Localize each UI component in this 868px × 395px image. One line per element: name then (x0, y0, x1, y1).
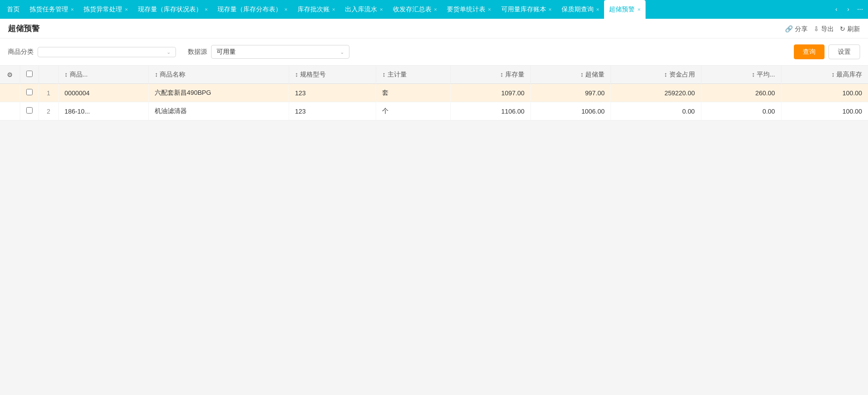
table-container: ⚙ ↕ 商品... ↕ 商品名称 ↕ 规格型号 (0, 66, 868, 120)
close-icon-1[interactable]: × (71, 6, 74, 12)
close-icon-11[interactable]: × (637, 6, 640, 12)
nav-item-10[interactable]: 保质期查询 × (557, 0, 604, 19)
product-unit: 套 (376, 84, 450, 102)
nav-item-4[interactable]: 现存量（库存分布表） × (213, 0, 292, 19)
checkbox-column-header[interactable] (20, 66, 39, 84)
product-category-label: 商品分类 (8, 47, 34, 56)
nav-item-7[interactable]: 收发存汇总表 × (388, 0, 442, 19)
product-category-select[interactable]: ⌄ (38, 47, 176, 57)
max-stock-column-header[interactable]: ↕ 最高库存 (781, 66, 868, 84)
close-icon-3[interactable]: × (205, 6, 208, 12)
sort-icon-unit: ↕ (382, 71, 386, 78)
close-icon-6[interactable]: × (380, 6, 383, 12)
page-title: 超储预警 (8, 24, 40, 34)
data-table: ⚙ ↕ 商品... ↕ 商品名称 ↕ 规格型号 (0, 66, 868, 120)
nav-item-label-7: 收发存汇总表 (393, 5, 432, 14)
nav-item-8[interactable]: 要货单统计表 × (442, 0, 496, 19)
close-icon-2[interactable]: × (125, 6, 128, 12)
gear-column-header[interactable]: ⚙ (0, 66, 20, 84)
nav-item-label-4: 现存量（库存分布表） (217, 5, 282, 14)
filter-actions: 查询 设置 (794, 44, 860, 59)
data-source-select[interactable]: 可用量 ⌄ (211, 45, 349, 59)
product-name-column-header[interactable]: ↕ 商品名称 (148, 66, 289, 84)
nav-item-9[interactable]: 可用量库存账本 × (496, 0, 557, 19)
nav-next-arrow[interactable]: › (842, 0, 854, 19)
close-icon-9[interactable]: × (549, 6, 552, 12)
nav-prev-arrow[interactable]: ‹ (830, 0, 842, 19)
row-expand-cell[interactable] (0, 84, 20, 102)
row-expand-cell[interactable] (0, 102, 20, 120)
product-code: 186-10... (58, 102, 148, 120)
stock-column-header[interactable]: ↕ 库存量 (450, 66, 530, 84)
nav-item-11[interactable]: 超储预警 × (604, 0, 645, 19)
close-icon-10[interactable]: × (596, 6, 599, 12)
sort-icon-max: ↕ (831, 71, 835, 78)
nav-more-arrow[interactable]: ⋯ (854, 0, 866, 19)
nav-item-0[interactable]: 首页 (2, 0, 25, 19)
nav-item-6[interactable]: 出入库流水 × (340, 0, 388, 19)
nav-item-label-3: 现存量（库存状况表） (138, 5, 202, 14)
nav-item-3[interactable]: 现存量（库存状况表） × (133, 0, 213, 19)
close-icon-4[interactable]: × (284, 6, 287, 12)
stock-qty: 1097.00 (450, 84, 530, 102)
row-checkbox[interactable] (26, 107, 33, 114)
capital-column-header[interactable]: ↕ 资金占用 (611, 66, 701, 84)
nav-item-label-1: 拣货任务管理 (30, 5, 68, 14)
max-stock: 100.00 (781, 84, 868, 102)
sort-icon-stock: ↕ (500, 71, 504, 78)
over-stock-qty: 997.00 (530, 84, 610, 102)
export-button[interactable]: ⇩ 导出 (814, 25, 834, 34)
row-checkbox[interactable] (26, 89, 33, 95)
checkbox-cell[interactable] (20, 102, 39, 120)
spec-column-header[interactable]: ↕ 规格型号 (289, 66, 376, 84)
rownum-column-header (39, 66, 58, 84)
sort-icon-over: ↕ (580, 71, 584, 78)
nav-item-label-10: 保质期查询 (562, 5, 594, 14)
nav-item-2[interactable]: 拣货异常处理 × (79, 0, 132, 19)
page-header: 超储预警 🔗 分享 ⇩ 导出 ↻ 刷新 (0, 19, 868, 39)
refresh-button[interactable]: ↻ 刷新 (840, 25, 860, 34)
close-icon-7[interactable]: × (434, 6, 437, 12)
checkbox-cell[interactable] (20, 84, 39, 102)
gear-icon: ⚙ (7, 71, 13, 79)
row-number: 2 (39, 102, 58, 120)
sort-icon-spec: ↕ (295, 71, 299, 78)
close-icon-5[interactable]: × (332, 6, 335, 12)
close-icon-8[interactable]: × (488, 6, 491, 12)
select-all-checkbox[interactable] (26, 71, 33, 77)
nav-item-label-11: 超储预警 (609, 5, 635, 14)
stock-qty: 1106.00 (450, 102, 530, 120)
nav-item-1[interactable]: 拣货任务管理 × (25, 0, 79, 19)
settings-button[interactable]: 设置 (828, 44, 860, 59)
product-code: 0000004 (58, 84, 148, 102)
product-category-filter: 商品分类 ⌄ (8, 47, 176, 57)
share-icon: 🔗 (785, 25, 793, 33)
chevron-down-icon: ⌄ (167, 49, 171, 55)
product-name: 机油滤清器 (148, 102, 289, 120)
table-header-row: ⚙ ↕ 商品... ↕ 商品名称 ↕ 规格型号 (0, 66, 868, 84)
query-button[interactable]: 查询 (794, 44, 825, 59)
avg-price-column-header[interactable]: ↕ 平均... (701, 66, 781, 84)
table-row: 2186-10...机油滤清器123个1106.001006.000.000.0… (0, 102, 868, 120)
table-row: 10000004六配套新昌490BPG123套1097.00997.002592… (0, 84, 868, 102)
avg-price: 260.00 (701, 84, 781, 102)
over-stock-column-header[interactable]: ↕ 超储量 (530, 66, 610, 84)
max-stock: 100.00 (781, 102, 868, 120)
product-spec: 123 (289, 84, 376, 102)
unit-column-header[interactable]: ↕ 主计量 (376, 66, 450, 84)
row-number: 1 (39, 84, 58, 102)
product-code-column-header[interactable]: ↕ 商品... (58, 66, 148, 84)
header-actions: 🔗 分享 ⇩ 导出 ↻ 刷新 (785, 25, 860, 34)
nav-item-label-8: 要货单统计表 (447, 5, 485, 14)
sort-icon-name: ↕ (155, 71, 158, 78)
product-spec: 123 (289, 102, 376, 120)
product-name: 六配套新昌490BPG (148, 84, 289, 102)
sort-icon-avg: ↕ (752, 71, 755, 78)
over-stock-qty: 1006.00 (530, 102, 610, 120)
nav-item-label-6: 出入库流水 (345, 5, 377, 14)
filter-bar: 商品分类 ⌄ 数据源 可用量 ⌄ 查询 设置 (0, 39, 868, 66)
nav-item-5[interactable]: 库存批次账 × (293, 0, 340, 19)
share-button[interactable]: 🔗 分享 (785, 25, 808, 34)
sort-icon: ↕ (65, 71, 68, 78)
nav-item-label-9: 可用量库存账本 (501, 5, 546, 14)
